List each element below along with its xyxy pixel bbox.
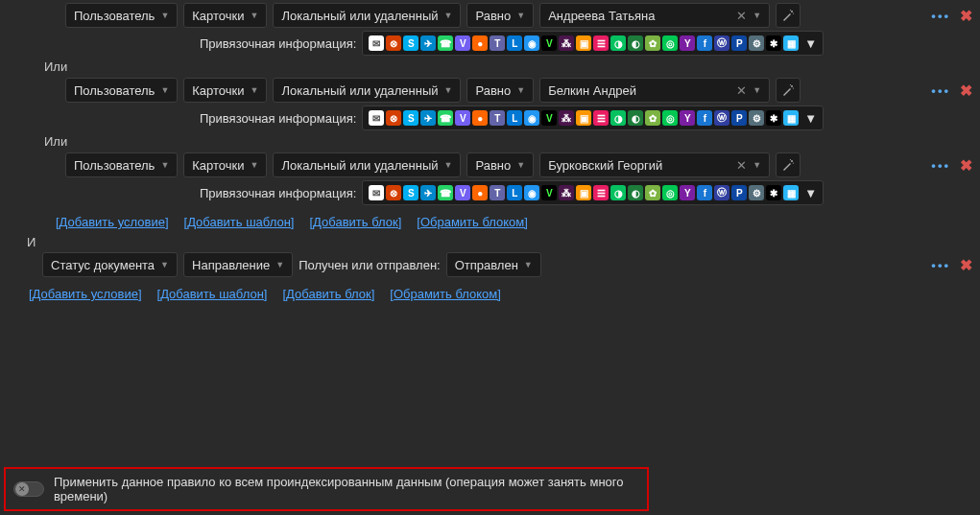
channel-icon: ⊗ (386, 35, 401, 51)
link-add-block[interactable]: [Добавить блок] (282, 287, 374, 301)
link-wrap-block[interactable]: [Обрамить блоком] (417, 215, 528, 229)
link-add-condition[interactable]: [Добавить условие] (56, 215, 169, 229)
clear-value-icon[interactable]: ✕ (736, 158, 747, 173)
link-add-condition[interactable]: [Добавить условие] (29, 287, 142, 301)
channel-icon: Y (680, 35, 695, 51)
channel-icon: ⓦ (714, 35, 729, 51)
channel-icon: ◉ (524, 35, 539, 51)
doc-status-label: Статус документа (51, 258, 155, 272)
channel-icon: ✱ (766, 110, 781, 126)
channel-icon: ✉ (369, 110, 384, 126)
link-add-block[interactable]: [Добавить блок] (309, 215, 401, 229)
delete-row-icon[interactable]: ✖ (960, 256, 972, 274)
channel-icon: ◐ (628, 185, 643, 200)
channel-icon: P (731, 35, 747, 51)
equals-dropdown[interactable]: Равно▼ (466, 152, 534, 177)
row-menu-icon[interactable]: ••• (931, 9, 954, 23)
doc-status-dropdown[interactable]: Статус документа▼ (42, 252, 178, 277)
channel-icon: ✉ (369, 35, 384, 51)
or-separator: Или (44, 59, 975, 74)
channel-icon: T (490, 110, 505, 126)
channel-icon: ▦ (783, 35, 799, 51)
apply-label: Применить данное правило ко всем проинде… (54, 475, 639, 503)
channel-icon: ⚙ (749, 185, 764, 200)
equals-dropdown[interactable]: Равно▼ (466, 3, 534, 28)
channel-icon: ◑ (610, 185, 626, 200)
channel-icon: ▣ (576, 35, 591, 51)
svg-point-8 (790, 159, 791, 160)
channel-icon: ✈ (420, 35, 436, 51)
svg-point-3 (791, 85, 793, 87)
apply-toggle[interactable] (13, 481, 44, 497)
channel-icon: f (697, 35, 712, 51)
apply-footer: Применить данное правило ко всем проинде… (4, 467, 649, 511)
svg-point-0 (791, 11, 793, 12)
channel-icon: ⚙ (749, 110, 764, 126)
channel-icon: ◉ (524, 110, 539, 126)
channel-icon: V (541, 185, 557, 200)
delete-row-icon[interactable]: ✖ (960, 7, 972, 25)
channel-icon: ▣ (576, 110, 591, 126)
channel-icon: P (731, 185, 747, 200)
svg-point-5 (790, 84, 791, 85)
wand-button[interactable] (776, 152, 801, 177)
value-field[interactable]: Андреева Татьяна✕▼ (539, 3, 770, 28)
channel-icon: ☎ (438, 185, 453, 200)
binding-label: Привязочная информация: (200, 111, 356, 126)
row-menu-icon[interactable]: ••• (931, 258, 954, 272)
clear-value-icon[interactable]: ✕ (736, 83, 747, 98)
channel-icon: ⁂ (559, 110, 574, 126)
sent-value-text: Отправлен (455, 258, 518, 272)
channel-icon: V (455, 185, 470, 200)
links-outer: [Добавить условие] [Добавить шаблон] [До… (29, 287, 975, 301)
cards-dropdown[interactable]: Карточки▼ (183, 152, 267, 177)
channel-icon: ◎ (662, 110, 678, 126)
clear-value-icon[interactable]: ✕ (736, 9, 747, 23)
binding-label: Привязочная информация: (200, 36, 356, 51)
channel-icon: ✿ (645, 35, 660, 51)
channel-icon: ◐ (628, 110, 643, 126)
delete-row-icon[interactable]: ✖ (960, 156, 972, 175)
icon-strip[interactable]: ✉⊗S✈☎V●TL◉V⁂▣☰◑◐✿◎YfⓦP⚙✱▦▼ (362, 105, 824, 130)
equals-dropdown[interactable]: Равно▼ (466, 78, 534, 103)
channel-icon: ● (472, 35, 488, 51)
row-menu-icon[interactable]: ••• (931, 83, 954, 98)
link-add-template[interactable]: [Добавить шаблон] (157, 287, 268, 301)
channel-icon: ▦ (783, 110, 799, 126)
channel-icon: ◑ (610, 35, 626, 51)
channel-icon: ✿ (645, 185, 660, 200)
sent-value-dropdown[interactable]: Отправлен▼ (446, 252, 541, 277)
local-remote-dropdown[interactable]: Локальный или удаленный▼ (273, 3, 461, 28)
row-menu-icon[interactable]: ••• (931, 158, 954, 173)
link-wrap-block[interactable]: [Обрамить блоком] (390, 287, 501, 301)
value-field[interactable]: Белкин Андрей✕▼ (539, 78, 770, 103)
links-inner: [Добавить условие] [Добавить шаблон] [До… (56, 215, 975, 229)
cards-dropdown[interactable]: Карточки▼ (183, 3, 267, 28)
channel-icon: ✿ (645, 110, 660, 126)
channel-icon: S (403, 185, 418, 200)
icon-strip[interactable]: ✉⊗S✈☎V●TL◉V⁂▣☰◑◐✿◎YfⓦP⚙✱▦▼ (362, 180, 824, 205)
value-field[interactable]: Бурковский Георгий✕▼ (539, 152, 770, 177)
svg-point-1 (793, 12, 794, 13)
user-dropdown[interactable]: Пользователь▼ (65, 152, 178, 177)
channel-icon: V (541, 110, 557, 126)
direction-dropdown[interactable]: Направление▼ (183, 252, 293, 277)
wand-button[interactable] (776, 78, 801, 103)
local-remote-dropdown[interactable]: Локальный или удаленный▼ (273, 78, 461, 103)
delete-row-icon[interactable]: ✖ (960, 82, 972, 100)
channel-icon: ⁂ (559, 185, 574, 200)
local-remote-dropdown[interactable]: Локальный или удаленный▼ (273, 152, 461, 177)
icon-strip[interactable]: ✉⊗S✈☎V●TL◉V⁂▣☰◑◐✿◎YfⓦP⚙✱▦▼ (362, 31, 824, 56)
channel-icon: ☰ (593, 185, 609, 200)
channel-icon: ● (472, 110, 488, 126)
link-add-template[interactable]: [Добавить шаблон] (184, 215, 295, 229)
user-dropdown[interactable]: Пользователь▼ (65, 3, 178, 28)
wand-button[interactable] (776, 3, 801, 28)
channel-icon: ⓦ (714, 110, 729, 126)
channel-icon: ◐ (628, 35, 643, 51)
user-dropdown[interactable]: Пользователь▼ (65, 78, 178, 103)
or-separator: Или (44, 134, 975, 149)
channel-icon: ● (472, 185, 488, 200)
cards-dropdown[interactable]: Карточки▼ (183, 78, 267, 103)
svg-point-7 (793, 162, 794, 163)
